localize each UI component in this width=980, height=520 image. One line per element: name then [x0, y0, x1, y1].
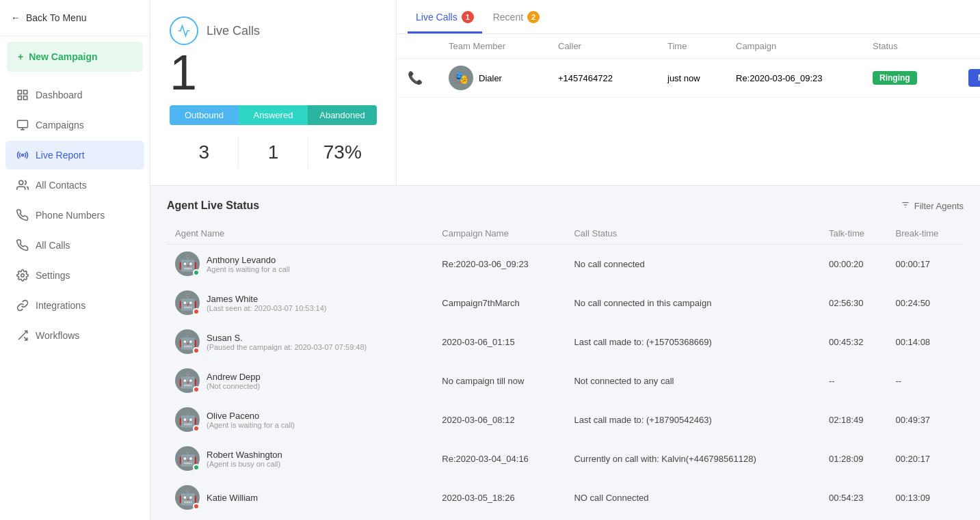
call-status-cell: Ringing — [873, 71, 968, 85]
sidebar-item-phone-numbers[interactable]: Phone Numbers — [5, 201, 144, 230]
col-time: Time — [667, 41, 736, 51]
agent-avatar: 🤖 — [175, 329, 200, 354]
svg-point-6 — [19, 180, 23, 184]
col-team-member: Team Member — [449, 41, 558, 51]
tab-panel: Live Calls 1 Recent 2 Past 30 minutes Te… — [397, 0, 980, 185]
team-member-name: Dialer — [479, 73, 502, 83]
agent-info: 🤖 James White (Last seen at: 2020-03-07 … — [175, 290, 425, 315]
agent-section-header: Agent Live Status Filter Agents — [167, 200, 964, 212]
agent-avatar: 🤖 — [175, 407, 200, 432]
workflows-icon — [16, 329, 29, 342]
ringing-badge: Ringing — [873, 71, 917, 85]
tab-recent[interactable]: Recent 2 — [485, 0, 548, 33]
agent-info: 🤖 Katie William — [175, 485, 425, 510]
agent-talk-time: 00:54:23 — [821, 478, 888, 517]
monitor-cell: Monitor 🔊 — [968, 69, 980, 87]
new-campaign-label: New Campaign — [29, 51, 97, 62]
agent-campaign: Re:2020-03-06_09:23 — [434, 245, 566, 284]
agent-break-time: 00:14:08 — [888, 323, 964, 361]
sidebar-nav: Dashboard Campaigns Live Report All Cont… — [0, 77, 150, 353]
agent-name: Robert Washington — [207, 450, 282, 460]
agent-table-row: 🤖 Anthony Levando Agent is waiting for a… — [167, 245, 964, 284]
live-calls-widget: Live Calls 1 Outbound Answered Abandoned… — [150, 0, 397, 185]
widget-stats: 3 1 73% — [170, 136, 377, 169]
sidebar-item-dashboard[interactable]: Dashboard — [5, 81, 144, 109]
sidebar-workflows-label: Workflows — [36, 330, 79, 341]
sidebar-live-report-label: Live Report — [36, 150, 85, 161]
abandoned-value: 73% — [308, 141, 377, 163]
sidebar-item-live-report[interactable]: Live Report — [5, 141, 144, 169]
widget-count: 1 — [170, 48, 377, 97]
svg-rect-2 — [18, 96, 21, 100]
sidebar-item-settings[interactable]: Settings — [5, 261, 144, 290]
plus-icon: + — [18, 51, 23, 62]
sidebar-item-campaigns[interactable]: Campaigns — [5, 111, 144, 139]
agent-sub: (Last seen at: 2020-03-07 10:53:14) — [207, 304, 327, 312]
svg-rect-3 — [24, 96, 27, 100]
agent-call-status: Last call made to: (+18790542463) — [566, 400, 821, 439]
agent-sub: Agent is waiting for a call — [207, 265, 290, 273]
agent-table-row: 🤖 Katie William 2020-03-05_18:26 NO call… — [167, 478, 964, 517]
sidebar-item-all-contacts[interactable]: All Contacts — [5, 171, 144, 200]
agent-talk-time: 02:56:30 — [821, 284, 888, 323]
pulse-icon — [170, 16, 198, 45]
agent-break-time: 00:49:37 — [888, 400, 964, 439]
agent-campaign: 2020-03-05_18:26 — [434, 478, 566, 517]
sidebar-settings-label: Settings — [36, 270, 70, 281]
new-campaign-button[interactable]: + New Campaign — [7, 42, 143, 72]
svg-rect-0 — [18, 90, 21, 94]
sidebar-campaigns-label: Campaigns — [36, 120, 84, 131]
back-arrow-icon: ← — [11, 12, 21, 23]
calls-table: Team Member Caller Time Campaign Status … — [397, 34, 980, 98]
outbound-stat: 3 — [170, 136, 238, 169]
widget-header: Live Calls — [170, 16, 377, 45]
filter-agents-button[interactable]: Filter Agents — [901, 200, 964, 212]
agent-name-info: Robert Washington (Agent is busy on call… — [207, 450, 282, 468]
dialer-avatar: 🎭 — [449, 66, 473, 90]
dashboard-icon — [16, 89, 29, 101]
agent-table-row: 🤖 Susan S. (Paused the campaign at: 2020… — [167, 323, 964, 361]
agent-name-info: Anthony Levando Agent is waiting for a c… — [207, 255, 290, 273]
abandoned-tab[interactable]: Abandoned — [308, 105, 377, 125]
sidebar-all-contacts-label: All Contacts — [36, 180, 87, 191]
agent-info: 🤖 Olive Paceno (Agent is waiting for a c… — [175, 407, 425, 432]
agent-call-status: NO call Connected — [566, 478, 821, 517]
agent-name-cell: 🤖 James White (Last seen at: 2020-03-07 … — [167, 284, 434, 323]
monitor-button[interactable]: Monitor 🔊 — [968, 69, 980, 87]
table-row: 📞 🎭 Dialer +1457464722 just now Re:2020-… — [397, 59, 980, 98]
sidebar-item-integrations[interactable]: Integrations — [5, 291, 144, 320]
agent-avatar: 🤖 — [175, 251, 200, 276]
filter-agents-label: Filter Agents — [914, 201, 964, 211]
outbound-tab[interactable]: Outbound — [170, 105, 239, 125]
agent-break-time: 00:00:17 — [888, 245, 964, 284]
col-break-time: Break-time — [888, 223, 964, 245]
abandoned-stat: 73% — [308, 136, 377, 169]
col-talk-time: Talk-time — [821, 223, 888, 245]
agent-table-header-row: Agent Name Campaign Name Call Status Tal… — [167, 223, 964, 245]
sidebar-item-all-calls[interactable]: All Calls — [5, 231, 144, 260]
agent-avatar: 🤖 — [175, 485, 200, 510]
tab-bar: Live Calls 1 Recent 2 Past 30 minutes — [397, 0, 980, 34]
agent-table-row: 🤖 Andrew Depp (Not connected) No campaig… — [167, 361, 964, 400]
agent-name-cell: 🤖 Robert Washington (Agent is busy on ca… — [167, 439, 434, 478]
agent-info: 🤖 Susan S. (Paused the campaign at: 2020… — [175, 329, 425, 354]
call-time: just now — [667, 73, 736, 83]
sidebar-item-workflows[interactable]: Workflows — [5, 321, 144, 350]
top-section: Live Calls 1 Outbound Answered Abandoned… — [150, 0, 980, 186]
back-to-menu-button[interactable]: ← Back To Menu — [0, 0, 150, 36]
agent-name-info: Susan S. (Paused the campaign at: 2020-0… — [207, 333, 367, 351]
col-campaign-name: Campaign Name — [434, 223, 566, 245]
agent-talk-time: 00:00:20 — [821, 245, 888, 284]
tab-live-calls[interactable]: Live Calls 1 — [408, 0, 482, 33]
sidebar-all-calls-label: All Calls — [36, 240, 70, 251]
agent-name: Susan S. — [207, 333, 367, 343]
answered-tab[interactable]: Answered — [239, 105, 308, 125]
agent-name-info: Olive Paceno (Agent is waiting for a cal… — [207, 411, 295, 429]
svg-rect-4 — [18, 120, 28, 128]
agent-avatar: 🤖 — [175, 446, 200, 471]
answered-stat: 1 — [238, 136, 307, 169]
agent-break-time: -- — [888, 361, 964, 400]
campaigns-icon — [16, 119, 29, 131]
agent-name-info: Katie William — [207, 493, 258, 503]
agent-info: 🤖 Robert Washington (Agent is busy on ca… — [175, 446, 425, 471]
